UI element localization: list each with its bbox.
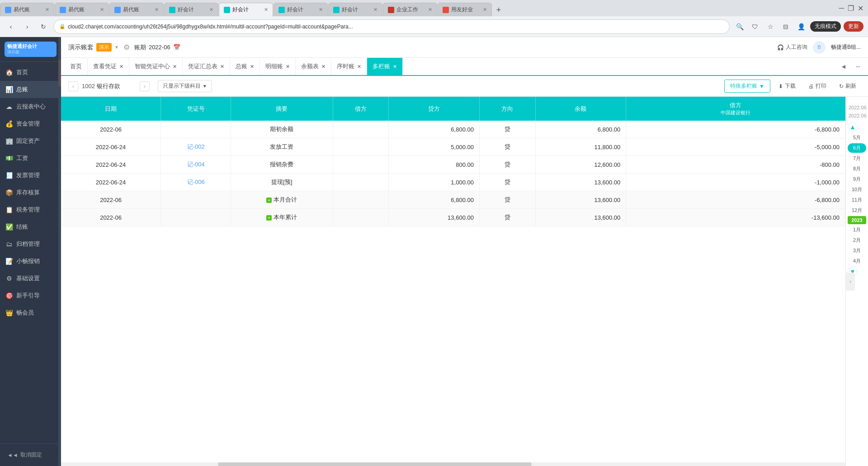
time-header-2022-2: 2022.06	[848, 112, 866, 119]
sidebar-item-home[interactable]: 🏠 首页	[0, 64, 61, 81]
browser-tab-1[interactable]: 易代账 ✕	[0, 3, 54, 16]
download-button[interactable]: ⬇ 下载	[774, 80, 800, 92]
time-item-sep[interactable]: 9月	[848, 174, 866, 184]
sidebar-item-assets[interactable]: 🏢 固定资产	[0, 132, 61, 150]
time-item-july[interactable]: 7月	[848, 154, 866, 163]
special-dropdown-icon: ▼	[759, 83, 764, 89]
sidebar-item-funds[interactable]: 💰 资金管理	[0, 115, 61, 132]
right-panel-collapse-button[interactable]: ‹	[846, 273, 855, 291]
sidebar-item-ledger[interactable]: 📊 总账	[0, 81, 61, 98]
sidebar-item-expense[interactable]: 📝 小畅报销	[0, 253, 61, 270]
close-button[interactable]: ✕	[858, 4, 863, 13]
ledger-icon: 📊	[5, 86, 13, 93]
tab-journal[interactable]: 序时账 ✕	[331, 58, 367, 75]
sidebar-item-tax[interactable]: 📋 税务管理	[0, 201, 61, 218]
time-item-jan-2023[interactable]: 1月	[848, 225, 866, 235]
browser-tab-6[interactable]: 好会计 ✕	[274, 3, 328, 16]
sidebar-item-guide[interactable]: 🎯 新手引导	[0, 287, 61, 304]
calendar-icon[interactable]: 📅	[173, 44, 180, 51]
filter-button[interactable]: 只显示下级科目 ▼	[158, 80, 212, 92]
address-bar-row: ‹ › ↻ 🔒 cloud2.chanjet.com/accounting/uh…	[0, 16, 868, 37]
member-icon: 👑	[5, 309, 13, 316]
tab-general-ledger[interactable]: 总账 ✕	[230, 58, 260, 75]
browser-tab-7[interactable]: 好会计 ✕	[328, 3, 382, 16]
col-balance: 余额	[535, 97, 626, 121]
time-item-june[interactable]: 6月	[848, 143, 866, 153]
funds-icon: 💰	[5, 120, 13, 127]
settings-gear-icon[interactable]: ⚙	[123, 43, 130, 52]
browser-tab-3[interactable]: 易代账 ✕	[109, 3, 164, 16]
refresh-button[interactable]: ↻ 刷新	[835, 80, 861, 92]
tab-smart-voucher[interactable]: 智能凭证中心 ✕	[129, 58, 183, 75]
tab-collapse-icon[interactable]: ◄	[837, 60, 850, 73]
browser-tab-9[interactable]: 用友好业 ✕	[438, 3, 492, 16]
sidebar-item-salary[interactable]: 💵 工资	[0, 150, 61, 167]
prev-account-button[interactable]: ‹	[68, 81, 78, 91]
profile-icon[interactable]: 👤	[795, 20, 807, 33]
browser-tab-4[interactable]: 好会计 ✕	[164, 3, 218, 16]
sidebar-item-close[interactable]: ✅ 结账	[0, 218, 61, 235]
refresh-nav-button[interactable]: ↻	[37, 20, 50, 33]
time-item-oct[interactable]: 10月	[848, 185, 866, 194]
time-item-may[interactable]: 5月	[848, 133, 866, 142]
guide-icon: 🎯	[5, 292, 13, 299]
time-item-dec[interactable]: 12月	[848, 206, 866, 215]
browser-tab-2[interactable]: 易代账 ✕	[55, 3, 109, 16]
shield-icon[interactable]: 🛡	[749, 20, 761, 33]
time-item-apr-2023[interactable]: 4月	[848, 256, 866, 266]
tab-multi-column[interactable]: 多栏账 ✕	[367, 58, 403, 75]
col-direction: 方向	[479, 97, 535, 121]
time-item-aug[interactable]: 8月	[848, 164, 866, 174]
tab-voucher-summary[interactable]: 凭证汇总表 ✕	[183, 58, 230, 75]
address-bar[interactable]: 🔒 cloud2.chanjet.com/accounting/uh26t264…	[53, 19, 730, 34]
unpin-button[interactable]: ◄◄ 取消固定	[5, 448, 57, 461]
tab-detail-ledger[interactable]: 明细账 ✕	[260, 58, 296, 75]
search-icon[interactable]: 🔍	[733, 20, 746, 33]
sidebar-item-archive[interactable]: 🗂 归档管理	[0, 235, 61, 253]
filter-dropdown-icon: ▼	[203, 84, 207, 89]
tax-icon: 📋	[5, 206, 13, 213]
minimize-button[interactable]: ─	[839, 4, 844, 12]
ledger-table: 日期 凭证号 摘要 借方 贷方 方向 余额 借方 中国建设银行	[61, 97, 845, 226]
new-tab-button[interactable]: +	[492, 4, 505, 16]
demo-badge: 演示	[96, 43, 112, 52]
sidebar-item-member[interactable]: 👑 畅会员	[0, 304, 61, 321]
star-icon[interactable]: ☆	[764, 20, 777, 33]
time-item-mar-2023[interactable]: 3月	[848, 246, 866, 255]
period-value: 2022-06	[149, 44, 170, 51]
time-item-feb-2023[interactable]: 2月	[848, 235, 866, 245]
next-account-button[interactable]: ›	[140, 81, 150, 91]
archive-icon: 🗂	[5, 240, 13, 248]
table-row: 2022-06 期初余额 6,800.00 贷 6,800.00 -6,800.…	[61, 121, 845, 138]
sidebar-item-invoice[interactable]: 🧾 发票管理	[0, 167, 61, 184]
browser-tab-5[interactable]: 好会计 ✕	[219, 3, 273, 16]
restore-button[interactable]: ❐	[848, 4, 854, 13]
sidebar-item-inventory[interactable]: 📦 库存核算	[0, 184, 61, 201]
user-avatar: B	[813, 41, 826, 54]
col-sub-debit: 借方 中国建设银行	[626, 97, 845, 121]
tab-expand-icon[interactable]: ↔	[852, 60, 864, 73]
page-tab-nav: 首页 查看凭证 ✕ 智能凭证中心 ✕ 凭证汇总表 ✕ 总账 ✕ 明细账 ✕	[61, 58, 868, 76]
tab-view-voucher[interactable]: 查看凭证 ✕	[88, 58, 129, 75]
invoice-icon: 🧾	[5, 172, 13, 179]
tab-home[interactable]: 首页	[65, 58, 88, 75]
forward-button[interactable]: ›	[21, 20, 33, 33]
time-item-nov[interactable]: 11月	[848, 195, 866, 205]
print-button[interactable]: 🖨 打印	[804, 80, 831, 92]
tab-balance-table[interactable]: 余额表 ✕	[296, 58, 331, 75]
right-time-panel: ‹ 2022.06 2022.06 ▲ 5月 6月 7月 8月 9月 10月 1…	[845, 97, 868, 466]
scroll-up-button[interactable]: ▲	[848, 122, 858, 132]
update-button[interactable]: 更新	[844, 21, 863, 32]
table-row: 2022-06-24 记-004 报销杂费 800.00 贷 12,600.00…	[61, 156, 845, 174]
dropdown-arrow-icon[interactable]: ▼	[114, 45, 119, 50]
sidebar-item-settings[interactable]: ⚙ 基础设置	[0, 270, 61, 287]
special-multi-button[interactable]: 特殊多栏账 ▼	[724, 80, 770, 93]
headset-icon: 🎧	[777, 44, 784, 51]
customer-service-button[interactable]: 🎧 人工咨询	[777, 43, 807, 51]
split-screen-icon[interactable]: ⊟	[779, 20, 792, 33]
horizontal-scrollbar[interactable]	[61, 462, 845, 466]
sidebar-item-reports[interactable]: ☁ 云报表中心	[0, 98, 61, 115]
back-button[interactable]: ‹	[5, 20, 17, 33]
browser-tab-8[interactable]: 企业工作 ✕	[383, 3, 437, 16]
incognito-button[interactable]: 无痕模式	[810, 21, 841, 32]
